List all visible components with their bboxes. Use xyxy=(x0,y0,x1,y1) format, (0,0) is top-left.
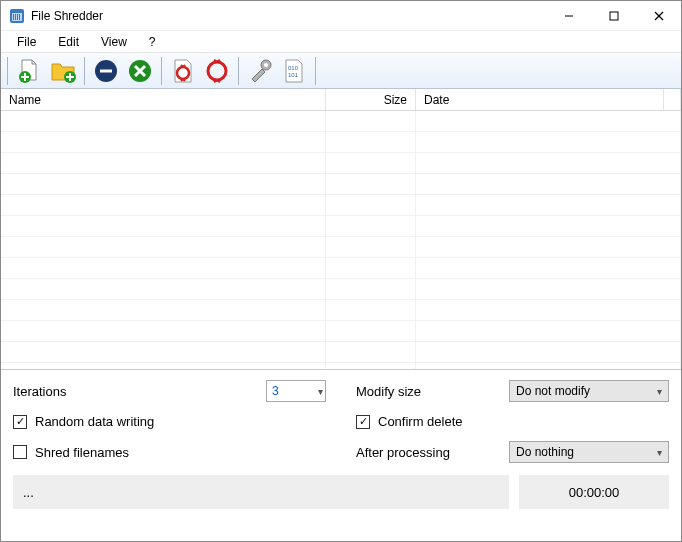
chevron-down-icon: ▾ xyxy=(657,447,662,458)
modify-size-label: Modify size xyxy=(356,384,501,399)
menu-edit[interactable]: Edit xyxy=(48,33,89,51)
close-button[interactable] xyxy=(636,1,681,31)
iterations-value: 3 xyxy=(272,384,279,398)
svg-rect-5 xyxy=(19,14,20,20)
app-icon xyxy=(9,8,25,24)
svg-text:101: 101 xyxy=(288,72,299,78)
chevron-down-icon: ▾ xyxy=(657,386,662,397)
window-title: File Shredder xyxy=(31,9,103,23)
settings-button[interactable] xyxy=(245,56,275,86)
menu-help[interactable]: ? xyxy=(139,33,166,51)
binary-button[interactable]: 010 101 xyxy=(279,56,309,86)
shred-filenames-checkbox[interactable] xyxy=(13,445,27,459)
shred-filenames-label: Shred filenames xyxy=(35,445,129,460)
toolbar: 010 101 xyxy=(1,53,681,89)
after-processing-label: After processing xyxy=(356,445,501,460)
add-file-button[interactable] xyxy=(14,56,44,86)
iterations-label: Iterations xyxy=(13,384,258,399)
svg-point-24 xyxy=(264,63,268,67)
maximize-button[interactable] xyxy=(591,1,636,31)
random-writing-label: Random data writing xyxy=(35,414,154,429)
shred-page-button[interactable] xyxy=(168,56,198,86)
confirm-delete-label: Confirm delete xyxy=(378,414,463,429)
options-panel: Iterations 3 ▾ Modify size Do not modify… xyxy=(1,369,681,517)
add-folder-button[interactable] xyxy=(48,56,78,86)
after-processing-combo[interactable]: Do nothing ▾ xyxy=(509,441,669,463)
list-header: Name Size Date xyxy=(1,89,681,111)
confirm-delete-checkbox[interactable]: ✓ xyxy=(356,415,370,429)
svg-rect-7 xyxy=(610,12,618,20)
minimize-button[interactable] xyxy=(546,1,591,31)
chevron-down-icon: ▾ xyxy=(318,386,323,397)
remove-button[interactable] xyxy=(91,56,121,86)
menu-file[interactable]: File xyxy=(7,33,46,51)
svg-text:010: 010 xyxy=(288,65,299,71)
shred-all-button[interactable] xyxy=(202,56,232,86)
modify-size-combo[interactable]: Do not modify ▾ xyxy=(509,380,669,402)
iterations-spinner[interactable]: 3 ▾ xyxy=(266,380,326,402)
column-size[interactable]: Size xyxy=(326,89,416,110)
menu-view[interactable]: View xyxy=(91,33,137,51)
file-list[interactable] xyxy=(1,111,681,369)
status-text: ... xyxy=(13,475,509,509)
status-time: 00:00:00 xyxy=(519,475,669,509)
titlebar: File Shredder xyxy=(1,1,681,31)
svg-rect-3 xyxy=(15,14,16,20)
random-writing-checkbox[interactable]: ✓ xyxy=(13,415,27,429)
menubar: File Edit View ? xyxy=(1,31,681,53)
svg-point-22 xyxy=(208,62,226,80)
column-date[interactable]: Date xyxy=(416,89,664,110)
column-name[interactable]: Name xyxy=(1,89,326,110)
svg-rect-4 xyxy=(17,14,18,20)
clear-button[interactable] xyxy=(125,56,155,86)
svg-rect-2 xyxy=(13,14,14,20)
